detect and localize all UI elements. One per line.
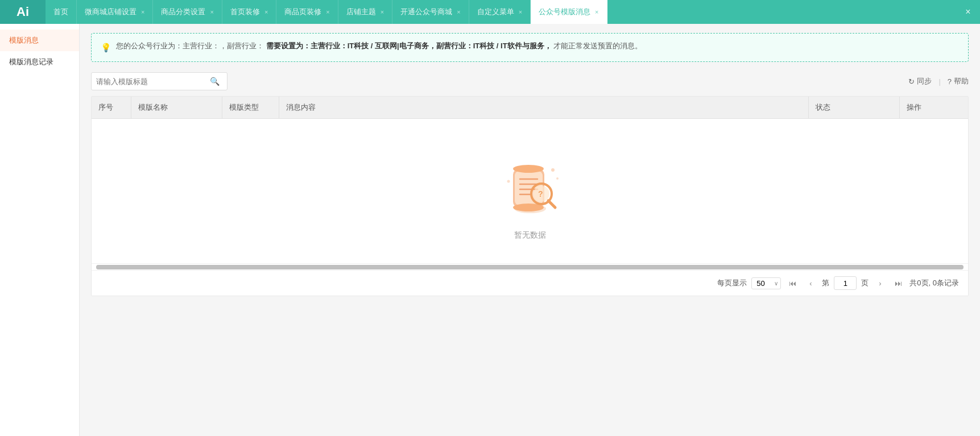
page-label: 页 (861, 278, 869, 288)
notice-banner: 💡 您的公众号行业为：主营行业：，副营行业： 需要设置为：主营行业：IT科技 /… (91, 33, 969, 62)
content-area: 💡 您的公众号行业为：主营行业：，副营行业： 需要设置为：主营行业：IT科技 /… (80, 24, 980, 436)
search-button[interactable]: 🔍 (210, 77, 220, 86)
table-column-header: 模版类型 (222, 97, 279, 118)
tab-close-button[interactable]: × (141, 9, 144, 15)
sidebar: 模版消息模版消息记录 (0, 24, 80, 436)
nav-tab[interactable]: 商品页装修× (276, 0, 338, 24)
sync-icon: ↻ (908, 77, 915, 86)
nav-tab-label: 店铺主题 (346, 7, 376, 17)
nav-tab-label: 首页 (53, 7, 68, 17)
tab-close-button[interactable]: × (264, 9, 268, 15)
page-size-select[interactable]: 50 20 100 (751, 277, 781, 289)
search-input[interactable] (96, 77, 210, 86)
empty-state: ? 暂无数据 (92, 119, 968, 263)
scroll-track[interactable] (96, 265, 964, 269)
toolbar-right: ↻ 同步 | ? 帮助 (908, 76, 969, 86)
help-button[interactable]: ? 帮助 (948, 76, 969, 86)
nav-tab-label: 微商城店铺设置 (85, 7, 137, 17)
svg-point-7 (513, 165, 544, 173)
nav-tab-label: 自定义菜单 (477, 7, 514, 17)
main-layout: 模版消息模版消息记录 💡 您的公众号行业为：主营行业：，副营行业： 需要设置为：… (0, 24, 980, 436)
table-column-header: 序号 (92, 97, 131, 118)
nav-tab[interactable]: 公众号模版消息× (531, 0, 607, 24)
empty-text: 暂无数据 (514, 230, 546, 240)
sync-button[interactable]: ↻ 同步 (908, 76, 932, 86)
svg-point-14 (556, 177, 559, 180)
tab-close-button[interactable]: × (457, 9, 460, 15)
nav-tab-label: 商品页装修 (284, 7, 321, 17)
notice-icon: 💡 (101, 41, 111, 55)
scroll-bar[interactable] (92, 263, 968, 270)
table-column-header: 操作 (900, 97, 968, 118)
svg-line-11 (548, 201, 555, 207)
app-logo: Ai (0, 0, 46, 24)
scroll-thumb[interactable] (96, 265, 964, 269)
top-nav: Ai 首页微商城店铺设置×商品分类设置×首页装修×商品页装修×店铺主题×开通公众… (0, 0, 980, 24)
table-column-header: 状态 (809, 97, 900, 118)
nav-tab[interactable]: 商品分类设置× (153, 0, 222, 24)
sidebar-item[interactable]: 模版消息 (0, 30, 79, 51)
table-column-header: 模版名称 (131, 97, 222, 118)
next-page-button[interactable]: › (873, 276, 887, 290)
help-icon: ? (948, 77, 952, 86)
tab-close-button[interactable]: × (381, 9, 384, 15)
tab-close-button[interactable]: × (595, 9, 598, 15)
tab-close-button[interactable]: × (519, 9, 522, 15)
nav-tab[interactable]: 自定义菜单× (469, 0, 531, 24)
nav-tab-label: 开通公众号商城 (400, 7, 452, 17)
page-di-label: 第 (822, 278, 829, 288)
first-page-button[interactable]: ⏮ (785, 276, 799, 290)
nav-tab[interactable]: 首页装修× (222, 0, 276, 24)
tab-close-button[interactable]: × (326, 9, 329, 15)
data-table: 序号模版名称模版类型消息内容状态操作 (91, 96, 969, 296)
page-input[interactable] (834, 276, 857, 290)
empty-illustration: ? (496, 153, 564, 221)
notice-text: 您的公众号行业为：主营行业：，副营行业： 需要设置为：主营行业：IT科技 / 互… (116, 40, 642, 52)
page-size-label: 每页显示 (717, 278, 747, 288)
table-column-header: 消息内容 (279, 97, 809, 118)
nav-tab[interactable]: 微商城店铺设置× (77, 0, 153, 24)
pagination: 每页显示 50 20 100 ⏮ ‹ 第 页 › ⏭ 共0页, 0条记录 (92, 270, 968, 296)
sidebar-item[interactable]: 模版消息记录 (0, 51, 79, 73)
nav-tabs: 首页微商城店铺设置×商品分类设置×首页装修×商品页装修×店铺主题×开通公众号商城… (46, 0, 956, 24)
page-size-select-wrap[interactable]: 50 20 100 (751, 277, 781, 289)
toolbar-divider: | (938, 77, 940, 86)
search-bar: 🔍 ↻ 同步 | ? 帮助 (91, 72, 969, 90)
nav-tab-label: 公众号模版消息 (539, 7, 590, 17)
svg-point-13 (551, 168, 555, 172)
total-text: 共0页, 0条记录 (909, 278, 959, 288)
svg-text:?: ? (538, 189, 543, 198)
svg-point-15 (507, 180, 510, 183)
search-input-wrap: 🔍 (91, 72, 228, 90)
nav-tab-label: 商品分类设置 (161, 7, 205, 17)
last-page-button[interactable]: ⏭ (891, 276, 905, 290)
nav-tab[interactable]: 开通公众号商城× (392, 0, 469, 24)
prev-page-button[interactable]: ‹ (804, 276, 817, 290)
nav-tab-label: 首页装修 (230, 7, 260, 17)
close-all-button[interactable]: × (956, 0, 980, 24)
nav-tab[interactable]: 首页 (46, 0, 77, 24)
tab-close-button[interactable]: × (210, 9, 213, 15)
table-header: 序号模版名称模版类型消息内容状态操作 (92, 97, 968, 119)
nav-tab[interactable]: 店铺主题× (338, 0, 392, 24)
